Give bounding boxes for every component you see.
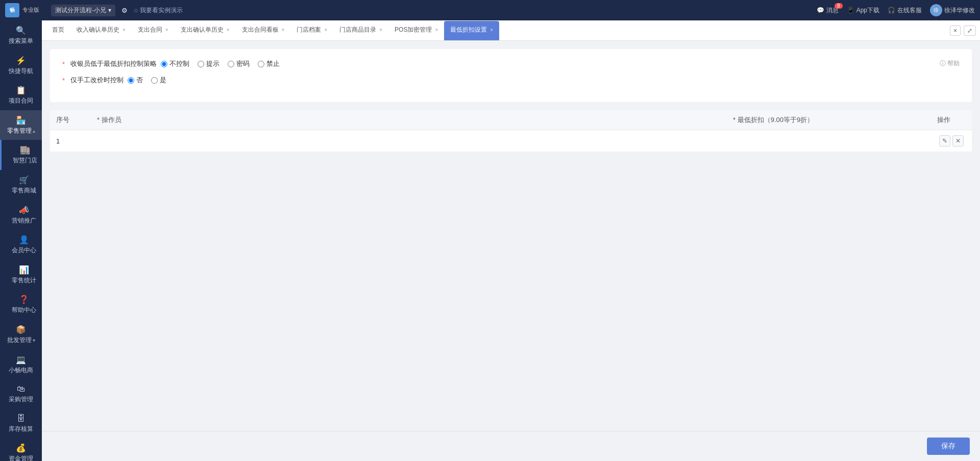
sidebar-item-search-label: 搜索菜单: [9, 37, 33, 45]
table-header-row: 序号 * 操作员 * 最低折扣（9.00等于9折） 操作: [50, 110, 972, 130]
form-card: * 收银员低于最低折扣控制策略 不控制 提示: [50, 49, 972, 102]
sidebar-item-purchase-mgmt[interactable]: 🛍 采购管理: [0, 379, 42, 409]
sidebar-item-retail-mgmt-label: 零售管理: [7, 127, 32, 135]
wholesale-mgmt-label-row: 批发管理 ▾: [7, 336, 35, 345]
policy-radio-no-control-label: 不控制: [169, 59, 189, 68]
tab-payment-board-close-icon[interactable]: ×: [282, 27, 285, 33]
user-action[interactable]: 徐 徐泽华修改: [930, 4, 975, 16]
sidebar-item-fund-mgmt-label: 资金管理: [9, 455, 33, 461]
policy-radio-group: 不控制 提示 密码: [161, 59, 280, 68]
sidebar-item-quick-nav[interactable]: ⚡ 快捷导航: [0, 51, 42, 81]
message-action[interactable]: 💬 消息 8: [817, 6, 839, 15]
tab-pos-password-label: POS加密管理: [395, 26, 432, 34]
table-header: 序号 * 操作员 * 最低折扣（9.00等于9折） 操作: [50, 110, 972, 130]
tab-close-btn[interactable]: ×: [950, 26, 961, 36]
policy-radio-no-control-input[interactable]: [161, 61, 167, 67]
table-section: 序号 * 操作员 * 最低折扣（9.00等于9折） 操作: [50, 110, 972, 152]
save-button[interactable]: 保存: [927, 438, 970, 455]
online-service-action[interactable]: 🎧 在线客服: [888, 6, 922, 15]
main-layout: 🔍 搜索菜单 ⚡ 快捷导航 📋 项目合同 🏪 零售管理 ▴ 🏬 智慧门店 🛒 零…: [0, 20, 980, 461]
tab-min-discount-label: 最低折扣设置: [450, 26, 487, 34]
tab-min-discount-close-icon[interactable]: ×: [490, 27, 493, 33]
col-operator-header: * 操作员: [91, 110, 727, 130]
retail-mgmt-arrow-icon: ▴: [33, 128, 35, 134]
manual-radio-yes[interactable]: 是: [151, 76, 166, 85]
sidebar-item-ecommerce[interactable]: 💻 小畅电商: [0, 350, 42, 380]
manual-radio-no-input[interactable]: [128, 77, 134, 84]
col-actions-header: 操作: [931, 110, 972, 130]
tab-payment-confirm-history[interactable]: 支出确认单历史 ×: [175, 21, 236, 40]
row-discount-cell: [727, 130, 931, 152]
wholesale-arrow-icon: ▾: [33, 337, 35, 343]
tab-payment-confirm-history-label: 支出确认单历史: [181, 26, 224, 34]
sidebar-item-member-center[interactable]: 👤 会员中心: [0, 230, 42, 260]
policy-radio-password-input[interactable]: [228, 61, 234, 67]
tab-store-catalog[interactable]: 门店商品目录 ×: [333, 21, 388, 40]
sidebar-item-retail-mall-label: 零售商城: [12, 187, 36, 195]
sidebar-item-marketing[interactable]: 📣 营销推广: [0, 200, 42, 230]
row-edit-btn[interactable]: ✎: [939, 135, 950, 147]
app-logo-text: 专业版: [22, 7, 39, 13]
tab-bar: 首页 收入确认单历史 × 支出合同 × 支出确认单历史 × 支出合同看板 × 门…: [42, 20, 980, 41]
project-selector[interactable]: 测试分开流程-小兄 ▾: [51, 5, 115, 16]
policy-radio-no-control[interactable]: 不控制: [161, 59, 189, 68]
sidebar-item-project-contract[interactable]: 📋 项目合同: [0, 80, 42, 110]
sidebar-item-inventory[interactable]: 🗄 库存核算: [0, 409, 42, 439]
sidebar-item-fund-mgmt[interactable]: 💰 资金管理: [0, 438, 42, 461]
tab-payment-board[interactable]: 支出合同看板 ×: [236, 21, 291, 40]
tab-payment-confirm-history-close-icon[interactable]: ×: [227, 27, 230, 33]
top-header: 畅 专业版 测试分开流程-小兄 ▾ ⚙ 我要看实例演示 💬 消息 8 📱 App…: [0, 0, 980, 20]
tab-store-archive-close-icon[interactable]: ×: [324, 27, 327, 33]
sidebar-item-retail-stats[interactable]: 📊 零售统计: [0, 260, 42, 290]
row-delete-btn[interactable]: ✕: [952, 135, 964, 147]
search-icon: 🔍: [16, 26, 26, 35]
tab-store-archive[interactable]: 门店档案 ×: [290, 21, 333, 40]
purchase-mgmt-icon: 🛍: [17, 384, 25, 394]
tab-home[interactable]: 首页: [46, 21, 70, 40]
row-operator-cell: [91, 130, 727, 152]
demo-link[interactable]: 我要看实例演示: [134, 6, 183, 15]
marketing-icon: 📣: [19, 205, 29, 215]
tab-min-discount[interactable]: 最低折扣设置 ×: [444, 21, 499, 40]
message-badge: 8: [835, 3, 843, 9]
tab-payment-contract[interactable]: 支出合同 ×: [132, 21, 175, 40]
policy-radio-remind-input[interactable]: [198, 61, 204, 67]
help-link-text: 帮助: [947, 59, 960, 68]
table-row: 1 ✎ ✕: [50, 130, 972, 152]
online-service-icon: 🎧: [888, 7, 895, 14]
tab-pos-password[interactable]: POS加密管理 ×: [388, 21, 444, 40]
online-service-label: 在线客服: [897, 6, 922, 15]
help-link[interactable]: ⓘ 帮助: [940, 59, 960, 68]
sidebar-item-wholesale-mgmt[interactable]: 📦 批发管理 ▾: [0, 320, 42, 350]
sidebar-item-help-center[interactable]: ❓ 帮助中心: [0, 289, 42, 320]
tab-store-archive-label: 门店档案: [297, 26, 321, 34]
app-download-action[interactable]: 📱 App下载: [847, 6, 879, 15]
policy-radio-forbid-input[interactable]: [258, 61, 264, 67]
tab-store-catalog-close-icon[interactable]: ×: [379, 27, 382, 33]
tab-expand-btn[interactable]: ⤢: [964, 26, 976, 36]
project-chevron-icon: ▾: [108, 7, 111, 14]
tab-pos-password-close-icon[interactable]: ×: [435, 27, 438, 33]
tab-income-history-close-icon[interactable]: ×: [122, 27, 126, 33]
manual-label: 仅手工改价时控制: [70, 76, 124, 85]
sidebar-item-search[interactable]: 🔍 搜索菜单: [0, 20, 42, 51]
sidebar: 🔍 搜索菜单 ⚡ 快捷导航 📋 项目合同 🏪 零售管理 ▴ 🏬 智慧门店 🛒 零…: [0, 20, 42, 461]
policy-radio-remind[interactable]: 提示: [198, 59, 219, 68]
tab-income-history[interactable]: 收入确认单历史 ×: [70, 21, 132, 40]
sidebar-item-wholesale-mgmt-label: 批发管理: [7, 336, 32, 345]
sidebar-item-retail-mgmt[interactable]: 🏪 零售管理 ▴: [0, 110, 42, 140]
policy-radio-forbid[interactable]: 禁止: [258, 59, 280, 68]
manual-radio-no[interactable]: 否: [128, 76, 143, 85]
tab-home-label: 首页: [52, 26, 64, 34]
manual-radio-yes-input[interactable]: [151, 77, 158, 84]
sidebar-item-retail-mall[interactable]: 🛒 零售商城: [0, 170, 42, 200]
sidebar-item-member-center-label: 会员中心: [12, 247, 36, 255]
policy-radio-password[interactable]: 密码: [228, 59, 250, 68]
sidebar-item-marketing-label: 营销推广: [12, 217, 36, 225]
tab-payment-contract-close-icon[interactable]: ×: [165, 27, 168, 33]
quick-nav-icon: ⚡: [16, 56, 26, 65]
sidebar-item-smart-store[interactable]: 🏬 智慧门店: [0, 140, 42, 170]
member-center-icon: 👤: [19, 235, 29, 245]
project-settings-icon[interactable]: ⚙: [119, 5, 130, 15]
tab-payment-contract-label: 支出合同: [138, 26, 162, 34]
